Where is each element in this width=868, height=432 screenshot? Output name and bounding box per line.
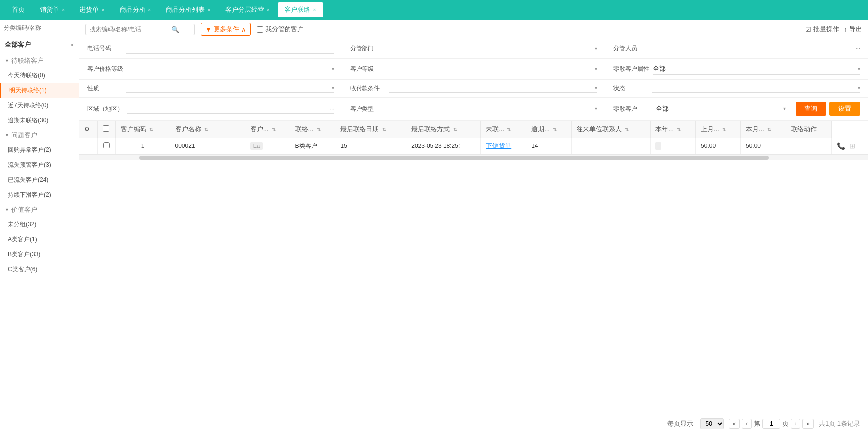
sidebar-item-overdue[interactable]: 逾期未联络(30) <box>0 113 79 128</box>
adv-filter-retail-select[interactable]: 全部 ▾ <box>653 63 860 75</box>
sidebar-item-class-a[interactable]: A类客户(1) <box>0 232 79 247</box>
col-code[interactable]: 客户编码 ⇅ <box>115 121 170 138</box>
col-category[interactable]: 客户... ⇅ <box>245 121 290 138</box>
adv-filter-region: 区域（地区） ··· <box>79 98 342 120</box>
settings-button[interactable]: 设置 <box>829 102 860 116</box>
pager: « ‹ 第 页 › » <box>729 419 814 429</box>
first-page-button[interactable]: « <box>729 419 740 429</box>
nav-close-customer-tier[interactable]: × <box>267 7 270 13</box>
col-contacts[interactable]: 联络... ⇅ <box>290 121 335 138</box>
adv-filter-row-4: 区域（地区） ··· 客户类型 ▾ 零散客户 全部 ▾ <box>79 98 868 121</box>
export-icon: ↑ <box>844 26 848 33</box>
adv-filter-dept-select[interactable]: ▾ <box>389 44 597 53</box>
nav-home[interactable]: 首页 <box>5 2 32 17</box>
sort-icon-last-date: ⇅ <box>382 127 386 132</box>
last-method-link[interactable]: 下销货单 <box>486 142 511 149</box>
adv-filter-status-select[interactable]: ▾ <box>652 84 860 93</box>
adv-filter-payment-select[interactable]: ▾ <box>389 84 597 93</box>
nav-close-product-list[interactable]: × <box>207 7 210 13</box>
nav-tab-product-list[interactable]: 商品分析列表 × <box>159 2 217 17</box>
adv-filter-phone-input[interactable] <box>126 43 334 54</box>
adv-filter-row-2: 客户价格等级 ▾ 客户等级 ▾ 零散客户属性 全部 ▾ <box>79 59 868 80</box>
h-scrollbar-thumb <box>139 156 769 160</box>
sidebar-item-7days[interactable]: 近7天待联络(0) <box>0 98 79 113</box>
col-this-year[interactable]: 本年... ⇅ <box>651 121 696 138</box>
person-select-dots: ··· <box>856 45 860 51</box>
sidebar-all-customers[interactable]: 全部客户 « <box>0 36 79 53</box>
sidebar-item-churned[interactable]: 已流失客户(24) <box>0 172 79 187</box>
nav-tab-product-analysis[interactable]: 商品分析 × <box>113 2 158 17</box>
sidebar-item-declining[interactable]: 持续下滑客户(2) <box>0 187 79 202</box>
row-action: 📞 ⊞ <box>831 138 868 154</box>
nav-tab-customer-tier[interactable]: 客户分层经营 × <box>218 2 277 17</box>
sidebar-item-class-c[interactable]: C类客户(6) <box>0 262 79 277</box>
prev-page-button[interactable]: ‹ <box>742 419 752 429</box>
adv-filter-nature-select[interactable]: ▾ <box>126 84 334 93</box>
nav-close-customer-contact[interactable]: × <box>313 7 316 13</box>
sidebar-item-tomorrow[interactable]: 明天待联络(1) <box>0 83 79 98</box>
nature-chevron: ▾ <box>332 85 334 91</box>
row-code[interactable]: 000021 <box>170 138 245 154</box>
nav-close-product-analysis[interactable]: × <box>148 7 151 13</box>
sidebar-group-pending[interactable]: 待联络客户 <box>0 53 79 68</box>
col-this-month[interactable]: 本月... ⇅ <box>740 121 786 138</box>
sidebar-item-today[interactable]: 今天待联络(0) <box>0 68 79 83</box>
adv-filter-person-select[interactable]: ··· <box>652 44 860 53</box>
col-last-month[interactable]: 上月... ⇅ <box>696 121 741 138</box>
select-all-checkbox[interactable] <box>103 125 109 132</box>
sidebar-item-ungrouped[interactable]: 未分组(32) <box>0 217 79 232</box>
nav-tab-sales[interactable]: 销货单 × <box>33 2 72 17</box>
retail-chevron: ▾ <box>858 66 860 72</box>
col-name[interactable]: 客户名称 ⇅ <box>170 121 245 138</box>
h-scrollbar[interactable] <box>79 154 868 160</box>
sidebar-item-churn-warning[interactable]: 流失预警客户(3) <box>0 157 79 172</box>
adv-filter-region-select[interactable]: ··· <box>127 104 334 114</box>
my-customers-checkbox[interactable] <box>257 26 263 33</box>
nav-tab-purchase[interactable]: 进货单 × <box>72 2 111 17</box>
col-not-contacted[interactable]: 未联... ⇅ <box>481 121 526 138</box>
page-size-select[interactable]: 50 <box>700 418 724 429</box>
col-settings[interactable]: ⚙ <box>79 121 97 138</box>
table-header-row: ⚙ 客户编码 ⇅ 客户名称 ⇅ 客户... <box>79 121 868 138</box>
adv-filter-customer-level: 客户等级 ▾ <box>342 59 605 79</box>
adv-filter-level-select[interactable]: ▾ <box>389 65 597 73</box>
col-overdue[interactable]: 逾期... ⇅ <box>526 121 572 138</box>
adv-filter-price-select[interactable]: ▾ <box>127 65 334 73</box>
action-phone-icon[interactable]: 📞 <box>837 142 845 150</box>
main-layout: 🔍 全部客户 « 待联络客户 今天待联络(0) 明天待联络(1) 近7天待联络(… <box>0 20 868 432</box>
last-page-button[interactable]: » <box>802 419 814 429</box>
sidebar-group-value[interactable]: 价值客户 <box>0 202 79 217</box>
sidebar-item-repurchase-anomaly[interactable]: 回购异常客户(2) <box>0 143 79 157</box>
row-last-method[interactable]: 下销货单 <box>481 138 526 154</box>
sidebar-group-problem[interactable]: 问题客户 <box>0 128 79 143</box>
col-last-method[interactable]: 最后联络方式 ⇅ <box>406 121 481 138</box>
dept-select-chevron: ▾ <box>595 46 597 51</box>
filter-more-conditions[interactable]: ▼ 更多条件 ∧ <box>201 23 251 36</box>
row-checkbox[interactable] <box>103 142 110 148</box>
sort-icon-name: ⇅ <box>204 127 208 132</box>
next-page-button[interactable]: › <box>791 419 800 429</box>
adv-filter-type-select[interactable]: ▾ <box>389 104 597 113</box>
page-number-input[interactable] <box>762 419 780 429</box>
query-button[interactable]: 查询 <box>796 102 826 116</box>
sort-icon-last-month: ⇅ <box>722 127 726 132</box>
adv-filter-row-1: 电话号码 分管部门 ▾ 分管人员 ··· <box>79 39 868 59</box>
filter-search-input[interactable] <box>90 26 169 33</box>
my-customers-checkbox-label[interactable]: 我分管的客户 <box>257 25 304 34</box>
sidebar-search-input[interactable] <box>4 24 78 31</box>
col-last-date[interactable]: 最后联络日期 ⇅ <box>335 121 406 138</box>
bulk-action-button[interactable]: ☑ 批量操作 <box>805 25 839 34</box>
page-size-label: 每页显示 <box>667 419 693 428</box>
export-button[interactable]: ↑ 导出 <box>844 25 863 34</box>
filter-search-icon[interactable]: 🔍 <box>171 26 179 33</box>
filter-search-box: 🔍 <box>85 24 195 35</box>
sidebar-item-class-b[interactable]: B类客户(33) <box>0 247 79 262</box>
action-grid-icon[interactable]: ⊞ <box>849 142 855 150</box>
col-contact-person[interactable]: 往来单位联系人 ⇅ <box>572 121 651 138</box>
adv-filter-retail-customer-select[interactable]: 全部 ▾ <box>656 103 786 115</box>
nav-close-purchase[interactable]: × <box>101 7 104 13</box>
payment-chevron: ▾ <box>595 85 597 91</box>
nav-close-sales[interactable]: × <box>62 7 65 13</box>
row-name[interactable]: Ea <box>245 138 290 154</box>
nav-tab-customer-contact[interactable]: 客户联络 × <box>278 2 323 17</box>
